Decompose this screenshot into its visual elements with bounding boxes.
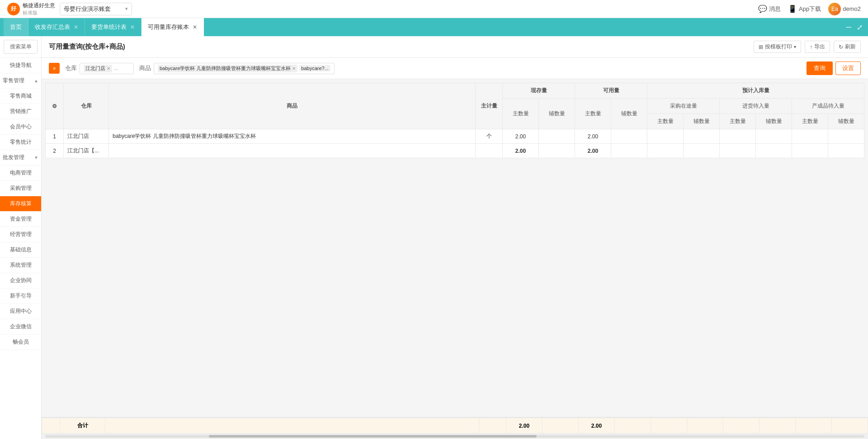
settings-btn[interactable]: 设置 [835, 61, 861, 75]
sidebar-operation-mgmt-label: 经营管理 [10, 231, 32, 237]
maximize-icon[interactable]: ⤢ [855, 23, 864, 32]
th-available-qty: 可用量 [575, 83, 647, 99]
product-tag-2: babycare?... [299, 65, 330, 71]
sidebar-item-enterprise-collab[interactable]: 企业协同 [0, 273, 41, 288]
row-1-warehouse: 江北门店 [64, 129, 109, 144]
tab-home[interactable]: 首页 [4, 18, 28, 36]
sidebar-wholesale-mgmt-label: 批发管理 [3, 154, 24, 161]
row-1-pt-main [647, 129, 684, 144]
query-btn[interactable]: 查询 [807, 61, 833, 75]
th-purchase-transit: 采购在途量 [647, 99, 720, 114]
nav-tab-actions: ─ ⤢ [844, 18, 868, 36]
product-filter-input[interactable]: babycare学饮杯 儿童防摔防撞吸管杯重力球吸嘴杯宝宝水杯 babycare… [154, 63, 335, 74]
footer-total-label: 合计 [60, 418, 105, 434]
chevron-up-icon: ▲ [34, 78, 38, 83]
filter-actions: 查询 设置 [807, 61, 861, 75]
user-menu[interactable]: Ea demo2 [828, 3, 861, 15]
sidebar-item-purchase-mgmt[interactable]: 采购管理 [0, 181, 41, 196]
top-bar-right: 💬 消息 📱 App下载 Ea demo2 [758, 3, 861, 15]
sidebar-item-basic-info[interactable]: 基础信息 [0, 242, 41, 258]
sidebar-item-system-mgmt[interactable]: 系统管理 [0, 258, 41, 273]
sidebar-item-enterprise-wechat[interactable]: 企业微信 [0, 319, 41, 335]
horizontal-scrollbar[interactable] [42, 434, 868, 439]
sidebar-enterprise-wechat-label: 企业微信 [10, 323, 32, 330]
tab-order[interactable]: 要货单统计表 [85, 18, 142, 36]
scroll-thumb[interactable] [209, 435, 537, 438]
scroll-track [45, 435, 864, 438]
row-1-num: 1 [46, 129, 64, 144]
th-current-main: 主数量 [503, 99, 539, 129]
row-1-ip-main [720, 129, 756, 144]
chevron-down-icon: ▼ [34, 155, 38, 160]
row-2-product [109, 144, 476, 158]
sidebar-item-retail-mall[interactable]: 零售商城 [0, 89, 41, 104]
th-product: 商品 [109, 83, 476, 129]
warehouse-tag-remove[interactable] [107, 66, 110, 71]
sidebar-inventory-mgmt-label: 库存核算 [10, 200, 32, 207]
export-icon: ↑ [810, 44, 812, 50]
footer-total-pp-aux [832, 418, 868, 434]
table-row: 2 江北门店【... 2.00 2.00 [46, 144, 864, 158]
avatar: Ea [828, 3, 841, 15]
refresh-btn[interactable]: ↻ 刷新 [834, 41, 861, 53]
app-download-btn[interactable]: 📱 App下载 [788, 5, 821, 13]
table-container: ⚙ 仓库 商品 主计量 现存量 可用量 预计入库量 主数量 辅数量 主数量 辅数… [42, 79, 868, 417]
tab-receipt-close[interactable] [74, 24, 78, 30]
sidebar-new-guide-label: 新手引导 [10, 293, 32, 299]
sidebar-item-operation-mgmt[interactable]: 经营管理 [0, 227, 41, 242]
th-gear: ⚙ [46, 83, 64, 129]
sidebar-retail-mall-label: 零售商城 [10, 93, 32, 99]
product-tag-1-remove[interactable] [292, 66, 296, 71]
export-btn[interactable]: ↑ 导出 [805, 41, 830, 53]
sidebar-item-retail-stats[interactable]: 零售统计 [0, 135, 41, 150]
search-menu-btn[interactable]: 搜索菜单 [4, 40, 38, 54]
warehouse-filter-input[interactable]: 江北门店 ... [80, 63, 134, 74]
data-table: ⚙ 仓库 商品 主计量 现存量 可用量 预计入库量 主数量 辅数量 主数量 辅数… [45, 83, 864, 158]
sidebar-retail-stats-label: 零售统计 [10, 139, 32, 145]
sidebar-item-member-plus[interactable]: 畅会员 [0, 335, 41, 350]
footer-empty-1 [42, 418, 60, 434]
sidebar-ecommerce-label: 电商管理 [10, 170, 32, 176]
tenant-selector[interactable]: 母婴行业演示账套 [60, 3, 132, 15]
product-tag-1: babycare学饮杯 儿童防摔防撞吸管杯重力球吸嘴杯宝宝水杯 [158, 65, 297, 72]
tab-receipt[interactable]: 收发存汇总表 [28, 18, 85, 36]
tab-inventory-close[interactable] [193, 24, 197, 30]
product-tag-1-value: babycare学饮杯 儿童防摔防撞吸管杯重力球吸嘴杯宝宝水杯 [160, 65, 291, 72]
sidebar-member-plus-label: 畅会员 [13, 339, 29, 345]
row-1-avail-aux [611, 129, 647, 144]
th-expected-inbound: 预计入库量 [647, 83, 864, 99]
message-btn[interactable]: 💬 消息 [758, 5, 781, 13]
warehouse-more[interactable]: ... [114, 65, 118, 71]
sidebar-item-app-center[interactable]: 应用中心 [0, 304, 41, 319]
sidebar-item-marketing[interactable]: 营销推广 [0, 104, 41, 119]
export-label: 导出 [814, 43, 825, 51]
row-1-unit: 个 [476, 129, 503, 144]
th-main-unit: 主计量 [476, 83, 503, 129]
th-current-stock: 现存量 [503, 83, 575, 99]
tab-inventory[interactable]: 可用量库存账本 [142, 18, 204, 36]
sidebar-item-member-center[interactable]: 会员中心 [0, 119, 41, 135]
sidebar-item-ecommerce[interactable]: 电商管理 [0, 165, 41, 181]
row-2-ip-main [720, 144, 756, 158]
sidebar-item-inventory-mgmt[interactable]: 库存核算 [0, 196, 41, 212]
sidebar-item-quick-nav[interactable]: 快捷导航 [0, 58, 41, 73]
sidebar-item-wholesale-mgmt[interactable]: 批发管理 ▼ [0, 150, 41, 165]
logo-subtitle: 标准版 [23, 9, 55, 16]
gear-icon[interactable]: ⚙ [52, 103, 57, 109]
row-2-current-main: 2.00 [503, 144, 539, 158]
th-inbound-pending: 进货待入量 [720, 99, 792, 114]
tab-order-close[interactable] [130, 24, 135, 30]
sidebar-item-new-guide[interactable]: 新手引导 [0, 288, 41, 304]
filter-toggle-btn[interactable]: » [49, 63, 60, 74]
product-filter-group: 商品 babycare学饮杯 儿童防摔防撞吸管杯重力球吸嘴杯宝宝水杯 babyc… [139, 63, 335, 74]
page-title: 可用量查询(按仓库+商品) [49, 42, 125, 51]
print-template-btn[interactable]: ⊞ 按模板打印 ▾ [754, 41, 801, 53]
logo-icon: 好 [7, 3, 20, 15]
app-icon: 📱 [788, 5, 797, 13]
minimize-icon[interactable]: ─ [844, 23, 853, 31]
sidebar-item-retail-mgmt[interactable]: 零售管理 ▲ [0, 73, 41, 89]
sidebar-item-finance-mgmt[interactable]: 资金管理 [0, 212, 41, 227]
sidebar-purchase-mgmt-label: 采购管理 [10, 185, 32, 191]
row-1-avail-main: 2.00 [575, 129, 611, 144]
footer-unit-empty [479, 418, 506, 434]
